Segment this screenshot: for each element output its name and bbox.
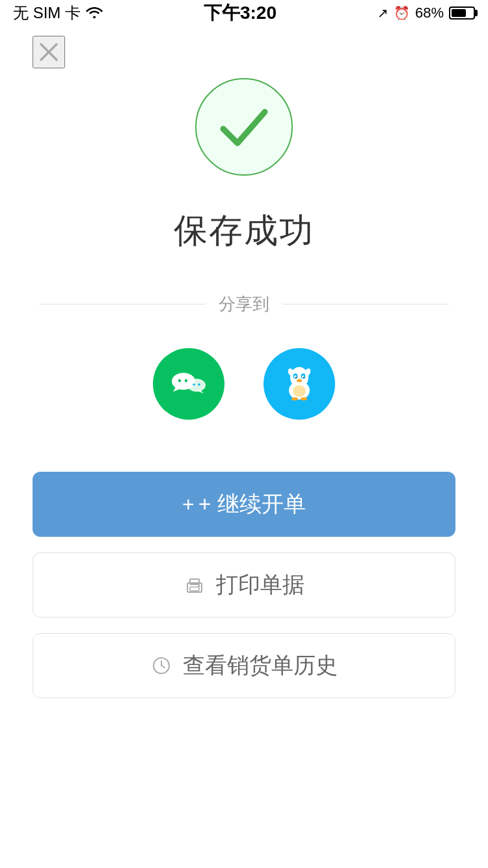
history-button[interactable]: 查看销货单历史 <box>33 633 455 698</box>
alarm-icon: ⏰ <box>394 5 410 21</box>
wechat-icon <box>168 363 210 405</box>
history-icon <box>150 655 172 677</box>
svg-point-16 <box>295 377 297 378</box>
action-buttons: + + 继续开单 打印单据 查看销货单历 <box>0 472 488 698</box>
close-button[interactable] <box>33 36 65 68</box>
svg-rect-26 <box>190 587 199 591</box>
location-icon: ↗ <box>377 5 388 21</box>
svg-point-20 <box>291 398 298 401</box>
qq-share-button[interactable] <box>264 348 335 420</box>
continue-label: + 继续开单 <box>198 489 306 519</box>
svg-point-18 <box>297 379 302 383</box>
status-carrier: 无 SIM 卡 <box>13 3 103 23</box>
svg-point-27 <box>198 585 200 587</box>
share-label: 分享到 <box>206 293 282 316</box>
checkmark-icon <box>218 104 270 150</box>
plus-icon: + <box>182 493 195 517</box>
status-time: 下午3:20 <box>204 1 277 25</box>
success-icon-circle <box>195 78 293 176</box>
success-title: 保存成功 <box>174 208 314 254</box>
status-bar: 无 SIM 卡 下午3:20 ↗ ⏰ 68% <box>0 0 488 26</box>
qq-icon <box>278 363 320 405</box>
svg-point-21 <box>301 398 307 401</box>
svg-point-6 <box>193 383 195 386</box>
svg-point-5 <box>185 379 187 382</box>
share-divider: 分享到 <box>0 293 488 316</box>
history-label: 查看销货单历史 <box>183 651 338 681</box>
print-label: 打印单据 <box>216 570 305 600</box>
wifi-icon <box>86 4 103 22</box>
close-icon <box>38 42 59 62</box>
svg-point-4 <box>178 379 181 382</box>
divider-line-left <box>39 304 206 305</box>
wechat-share-button[interactable] <box>153 348 224 420</box>
share-icons-container <box>153 348 335 420</box>
divider-line-right <box>282 304 449 305</box>
continue-button[interactable]: + + 继续开单 <box>33 472 455 537</box>
svg-point-19 <box>293 385 306 397</box>
svg-point-17 <box>303 377 305 378</box>
printer-icon <box>183 574 206 596</box>
svg-point-3 <box>187 379 206 392</box>
svg-point-7 <box>198 383 200 386</box>
battery-text: 68% <box>415 5 444 21</box>
status-right: ↗ ⏰ 68% <box>377 5 475 21</box>
main-content: 保存成功 分享到 <box>0 26 488 698</box>
print-button[interactable]: 打印单据 <box>33 552 455 617</box>
battery-indicator <box>449 7 475 20</box>
